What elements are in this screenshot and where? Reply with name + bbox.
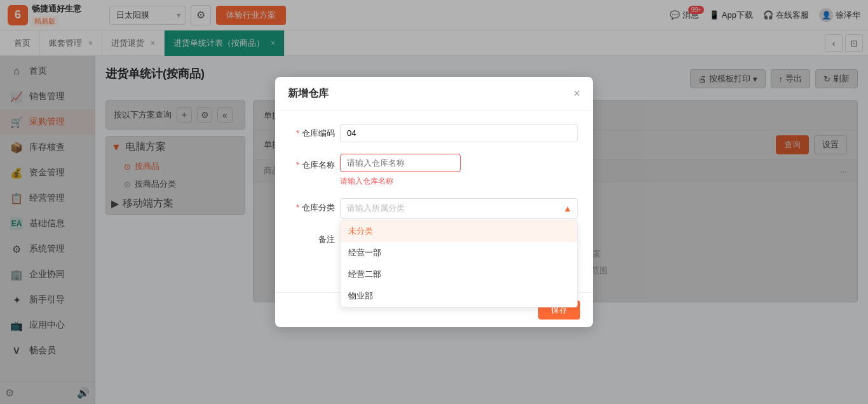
- dropdown-item-dept2[interactable]: 经营二部: [341, 264, 577, 285]
- name-form-row: *仓库名称 请输入仓库名称: [290, 154, 578, 187]
- name-error-msg: 请输入仓库名称: [340, 177, 393, 185]
- code-form-row: *仓库编码: [290, 124, 578, 142]
- new-warehouse-modal: 新增仓库 × *仓库编码 *仓库名称 请输入仓库名称: [275, 77, 593, 327]
- category-arrow-icon: ▲: [563, 203, 572, 213]
- modal-title: 新增仓库: [288, 87, 329, 100]
- modal-body: *仓库编码 *仓库名称 请输入仓库名称 *仓库分类: [275, 111, 593, 292]
- code-input[interactable]: [340, 124, 578, 142]
- name-input[interactable]: [340, 154, 461, 172]
- category-dropdown: 未分类 经营一部 经营二部 物业部: [340, 220, 578, 307]
- modal-overlay: 新增仓库 × *仓库编码 *仓库名称 请输入仓库名称: [0, 0, 868, 404]
- modal-close-btn[interactable]: ×: [573, 87, 580, 100]
- category-select-trigger[interactable]: 请输入所属分类 ▲: [340, 198, 578, 219]
- note-label: 备注: [290, 230, 335, 245]
- category-label: *仓库分类: [290, 198, 335, 213]
- code-label: *仓库编码: [290, 124, 335, 139]
- name-error-row: 请输入仓库名称: [290, 175, 393, 187]
- category-field: 请输入所属分类 ▲ 未分类 经营一部 经营二部 物业部: [340, 198, 578, 219]
- name-label: *仓库名称: [290, 156, 335, 171]
- dropdown-item-property[interactable]: 物业部: [341, 285, 577, 307]
- name-field-row: *仓库名称: [290, 154, 461, 172]
- dropdown-item-uncategorized[interactable]: 未分类: [341, 220, 577, 242]
- category-form-row: *仓库分类 请输入所属分类 ▲ 未分类 经营一部 经营二部 物业部: [290, 198, 578, 219]
- dropdown-item-dept1[interactable]: 经营一部: [341, 242, 577, 264]
- modal-header: 新增仓库 ×: [275, 77, 593, 111]
